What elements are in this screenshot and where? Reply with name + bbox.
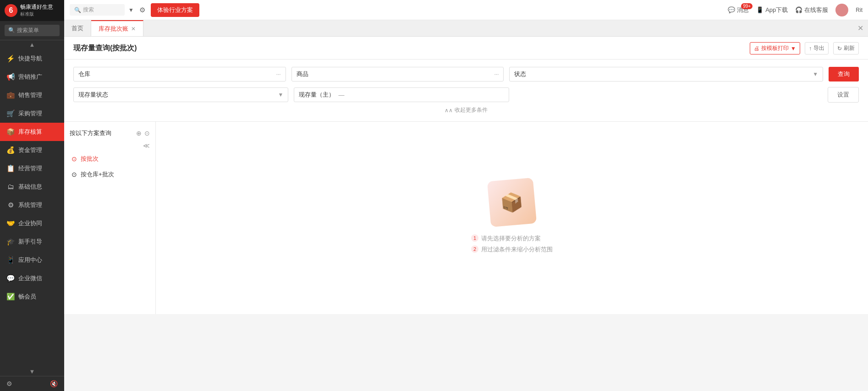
hint-item-2: 2 用过滤条件来缩小分析范围 <box>471 245 553 254</box>
lp-add-icon[interactable]: ⊕ <box>136 130 142 137</box>
messages-btn[interactable]: 💬 消息 99+ <box>728 6 749 14</box>
sidebar-item-purchase[interactable]: 🛒 采购管理 <box>0 104 64 123</box>
sidebar-item-finance[interactable]: 💰 资金管理 <box>0 141 64 159</box>
sidebar: 6 畅康通好生意 标准版 🔍 搜索菜单 ▲ ⚡ 快捷导航 📢 营销推广 💼 销售… <box>0 0 64 391</box>
sidebar-item-enterprise[interactable]: 🤝 企业协同 <box>0 214 64 233</box>
export-btn[interactable]: ↑ 导出 <box>805 42 829 54</box>
online-service-btn[interactable]: 🎧 在线客服 <box>795 6 828 14</box>
empty-hints: 1 请先选择要分析的方案 2 用过滤条件来缩小分析范围 <box>471 234 553 256</box>
headset-icon: 🎧 <box>795 6 802 13</box>
sidebar-item-label: 企业协同 <box>18 219 42 228</box>
product-more: ··· <box>494 71 499 77</box>
topbar-gear-icon[interactable]: ⚙ <box>139 6 145 14</box>
collapse-label: 收起更多条件 <box>455 106 488 114</box>
main-content: 📦 1 请先选择要分析的方案 2 用过滤条件来缩小分析范围 <box>156 122 868 314</box>
topbar-search-box[interactable]: 🔍 搜索 <box>70 4 125 16</box>
refresh-icon: ↻ <box>837 45 842 52</box>
lp-collapse: ≪ <box>64 140 155 151</box>
stock-status-dropdown-icon: ▼ <box>278 92 284 98</box>
sidebar-item-operations[interactable]: 📋 经营管理 <box>0 159 64 178</box>
sidebar-item-label: 新手引导 <box>18 238 42 246</box>
tab-close-icon[interactable]: ✕ <box>131 26 136 32</box>
sidebar-item-wecom[interactable]: 💬 企业微信 <box>0 269 64 288</box>
sidebar-scroll-up[interactable]: ▲ <box>0 40 64 49</box>
tabs-close-all-btn[interactable]: ✕ <box>857 24 863 33</box>
message-icon: 💬 <box>728 6 735 13</box>
sidebar-logo: 6 <box>5 4 17 17</box>
left-panel-header: 按以下方案查询 ⊕ ⊙ <box>64 126 155 140</box>
topbar-dropdown-arrow[interactable]: ▼ <box>128 7 134 13</box>
sidebar-item-label: 销售管理 <box>18 91 42 99</box>
stock-qty-filter[interactable]: 现存量（主） — <box>294 87 509 102</box>
sidebar-search-input[interactable]: 🔍 搜索菜单 <box>5 25 60 36</box>
marketing-icon: 📢 <box>6 73 15 81</box>
lp-collapse-icon[interactable]: ≪ <box>143 142 150 149</box>
collapse-btn[interactable]: ∧∧ 收起更多条件 <box>73 106 859 114</box>
quicknav-icon: ⚡ <box>6 54 15 63</box>
sidebar-header: 6 畅康通好生意 标准版 <box>0 0 64 21</box>
sidebar-search-section: 🔍 搜索菜单 <box>0 21 64 40</box>
tab-home-label: 首页 <box>71 24 83 33</box>
hint-num-2: 2 <box>471 245 478 253</box>
tabs-bar: 首页 库存批次账 ✕ ✕ <box>64 20 868 37</box>
sidebar-item-label: 畅会员 <box>18 293 36 301</box>
sidebar-item-inventory[interactable]: 📦 库存核算 <box>0 123 64 141</box>
topbar: 🔍 搜索 ▼ ⚙ 体验行业方案 💬 消息 99+ 📱 App下载 🎧 在线客服 … <box>64 0 868 20</box>
lp-settings-icon[interactable]: ⊙ <box>144 130 150 137</box>
sidebar-footer: ⚙ 🔇 <box>0 376 64 391</box>
warehouse-filter[interactable]: 仓库 ··· <box>73 67 286 81</box>
stock-qty-label: 现存量（主） <box>299 91 335 99</box>
trial-button[interactable]: 体验行业方案 <box>151 3 199 17</box>
settings-footer-icon[interactable]: ⚙ <box>6 380 12 387</box>
lp-item-batch[interactable]: ⊙ 按批次 <box>64 151 155 167</box>
sidebar-company: 畅康通好生意 <box>20 4 53 11</box>
hint-item-1: 1 请先选择要分析的方案 <box>471 234 553 243</box>
empty-state: 📦 1 请先选择要分析的方案 2 用过滤条件来缩小分析范围 <box>156 122 868 314</box>
audio-footer-icon[interactable]: 🔇 <box>50 380 58 387</box>
lp-item-warehouse-batch[interactable]: ⊙ 按仓库+批次 <box>64 167 155 182</box>
page-title-row: 现存量查询(按批次) 🖨 按模板打印 ▼ ↑ 导出 ↻ 刷新 <box>73 42 859 59</box>
page-header: 现存量查询(按批次) 🖨 按模板打印 ▼ ↑ 导出 ↻ 刷新 <box>64 37 868 60</box>
sidebar-item-system[interactable]: ⚙ 系统管理 <box>0 196 64 214</box>
print-icon: 🖨 <box>754 45 759 52</box>
page-actions: 🖨 按模板打印 ▼ ↑ 导出 ↻ 刷新 <box>750 42 859 54</box>
status-filter[interactable]: 状态 ▼ <box>509 67 823 81</box>
warehouse-label: 仓库 <box>78 70 90 78</box>
stock-status-filter[interactable]: 现存量状态 ▼ <box>73 87 288 102</box>
sidebar-item-appcenter[interactable]: 📱 应用中心 <box>0 251 64 269</box>
tab-home[interactable]: 首页 <box>64 20 91 36</box>
basic-icon: 🗂 <box>6 183 15 190</box>
empty-illustration: 📦 <box>487 178 537 227</box>
sidebar-item-sales[interactable]: 💼 销售管理 <box>0 86 64 104</box>
print-btn[interactable]: 🖨 按模板打印 ▼ <box>750 42 800 54</box>
print-dropdown-icon: ▼ <box>791 45 796 52</box>
sidebar-item-label: 采购管理 <box>18 109 42 118</box>
sidebar-item-quicknav[interactable]: ⚡ 快捷导航 <box>0 49 64 68</box>
main-area: 🔍 搜索 ▼ ⚙ 体验行业方案 💬 消息 99+ 📱 App下载 🎧 在线客服 … <box>64 0 868 391</box>
app-download-btn[interactable]: 📱 App下载 <box>756 6 788 14</box>
finance-icon: 💰 <box>6 146 15 154</box>
query-btn[interactable]: 查询 <box>829 67 859 81</box>
stock-qty-separator: — <box>338 92 344 98</box>
sidebar-item-label: 经营管理 <box>18 164 42 173</box>
sidebar-scroll-down[interactable]: ▼ <box>0 367 64 376</box>
settings-btn[interactable]: 设置 <box>828 87 859 103</box>
collapse-up-icon: ∧∧ <box>445 107 453 114</box>
warehouse-more: ··· <box>276 71 281 77</box>
app-download-label: App下载 <box>765 6 788 14</box>
sidebar-search-label: 搜索菜单 <box>17 27 39 34</box>
topbar-search-placeholder: 搜索 <box>83 6 94 14</box>
page-title: 现存量查询(按批次) <box>73 43 137 53</box>
service-label: 在线客服 <box>804 6 828 14</box>
filter-area: 仓库 ··· 商品 ··· 状态 ▼ 查询 <box>64 60 868 122</box>
product-filter[interactable]: 商品 ··· <box>291 67 504 81</box>
tab-batch[interactable]: 库存批次账 ✕ <box>91 20 143 36</box>
sidebar-item-marketing[interactable]: 📢 营销推广 <box>0 68 64 86</box>
sidebar-item-basic[interactable]: 🗂 基础信息 <box>0 178 64 196</box>
sidebar-item-member[interactable]: ✅ 畅会员 <box>0 288 64 306</box>
user-avatar[interactable] <box>835 4 848 16</box>
system-icon: ⚙ <box>6 201 15 209</box>
refresh-btn[interactable]: ↻ 刷新 <box>833 42 859 54</box>
hint-text-1: 请先选择要分析的方案 <box>481 234 541 243</box>
sidebar-item-newbie[interactable]: 🎓 新手引导 <box>0 233 64 251</box>
